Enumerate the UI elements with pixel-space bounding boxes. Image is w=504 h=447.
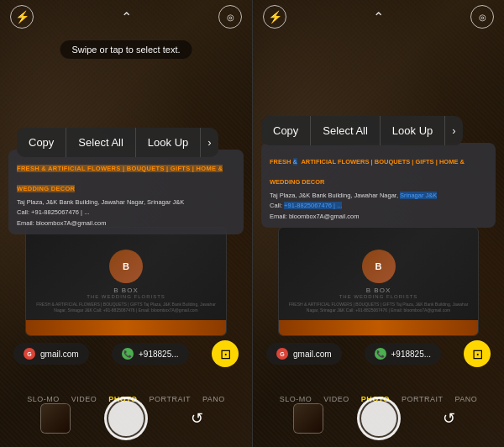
card-line3: Email: bloombox7A@gmail.com bbox=[17, 218, 235, 228]
thumbnail-preview-right[interactable] bbox=[293, 403, 323, 434]
card-highlight-fresh: FRESH bbox=[270, 158, 293, 166]
shutter-button-right[interactable] bbox=[357, 397, 401, 440]
card-call: Call: bbox=[270, 202, 284, 209]
shutter-inner bbox=[108, 401, 144, 436]
chevron-up-icon[interactable]: ⌃ bbox=[121, 9, 132, 25]
top-bar-right: ⚡ ⌃ ◎ bbox=[253, 0, 504, 34]
context-menu: Copy Select All Look Up › bbox=[17, 128, 218, 157]
card-highlight-selected: & bbox=[293, 158, 297, 166]
business-card-image-right: B B BOX The Wedding Florists FRESH & ART… bbox=[278, 227, 479, 336]
card-line2: Call: +91-8825067476 | ... bbox=[17, 208, 235, 217]
card-brand-text: B BOX bbox=[113, 287, 138, 294]
thumbnail-preview[interactable] bbox=[40, 403, 71, 434]
card-line1-right: Taj Plaza, J&K Bank Building, Jawahar Na… bbox=[270, 191, 487, 200]
card-logo-right: B bbox=[362, 250, 396, 283]
phone-label: +918825... bbox=[139, 350, 179, 359]
card-address: Taj Plaza, J&K Bank Building, Jawahar Na… bbox=[270, 192, 400, 199]
card-highlight-text: FRESH & ARTIFICIAL FLOWERS | BOUQUETS | … bbox=[17, 165, 223, 192]
gmail-icon-right: G bbox=[276, 348, 288, 360]
card-detail-text-right: FRESH & ARTIFICIAL FLOWERS | BOUQUETS | … bbox=[279, 302, 478, 313]
business-card-image: B B BOX The Wedding Florists FRESH & ART… bbox=[25, 227, 227, 336]
card-line1: Taj Plaza, J&K Bank Building, Jawahar Na… bbox=[17, 197, 235, 207]
card-tagline-right: The Wedding Florists bbox=[339, 294, 418, 299]
look-up-button[interactable]: Look Up bbox=[136, 128, 201, 157]
card-orange-bar-right bbox=[279, 320, 478, 335]
card-detail-text: FRESH & ARTIFICIAL FLOWERS | BOUQUETS | … bbox=[26, 302, 226, 313]
phone-pill[interactable]: 📞 +918825... bbox=[112, 343, 189, 365]
select-all-button-right[interactable]: Select All bbox=[311, 116, 380, 145]
select-all-button[interactable]: Select All bbox=[66, 128, 135, 157]
top-bar: ⚡ ⌃ ◎ bbox=[0, 0, 252, 34]
copy-button[interactable]: Copy bbox=[17, 128, 66, 157]
live-button[interactable]: ◎ bbox=[218, 5, 242, 29]
shutter-inner-right bbox=[361, 401, 396, 436]
card-line2-right: Call: +91-8825067476 | ... bbox=[270, 201, 487, 210]
live-button-right[interactable]: ◎ bbox=[470, 5, 494, 29]
scan-icon: ⊡ bbox=[220, 346, 231, 362]
gmail-icon: G bbox=[24, 348, 35, 360]
gmail-label-right: gmail.com bbox=[293, 350, 332, 359]
copy-button-right[interactable]: Copy bbox=[261, 116, 311, 145]
gmail-pill-right[interactable]: G gmail.com bbox=[266, 343, 342, 365]
right-panel: ⚡ ⌃ ◎ Copy Select All Look Up › FRESH & … bbox=[252, 0, 504, 447]
card-highlight-rest: ARTIFICIAL FLOWERS | BOUQUETS | GIFTS | … bbox=[270, 158, 465, 186]
phone-label-right: +918825... bbox=[391, 350, 432, 359]
action-bar-right: G gmail.com 📞 +918825... ⊡ bbox=[253, 340, 504, 367]
shutter-button[interactable] bbox=[104, 397, 148, 440]
left-panel: ⚡ ⌃ ◎ Swipe or tap to select text. Copy … bbox=[0, 0, 252, 447]
card-phone-selected: +91-8825067476 | ... bbox=[284, 202, 342, 209]
gmail-label: gmail.com bbox=[40, 350, 79, 359]
phone-icon: 📞 bbox=[122, 348, 134, 360]
scan-icon-right: ⊡ bbox=[472, 346, 483, 362]
phone-pill-right[interactable]: 📞 +918825... bbox=[365, 343, 442, 365]
card-line3-right: Email: bloombox7A@gmail.com bbox=[270, 212, 487, 221]
look-up-button-right[interactable]: Look Up bbox=[381, 116, 445, 145]
flash-button[interactable]: ⚡ bbox=[10, 5, 34, 29]
flash-button-right[interactable]: ⚡ bbox=[263, 5, 286, 29]
context-menu-right: Copy Select All Look Up › bbox=[261, 116, 463, 145]
card-logo: B bbox=[109, 250, 143, 283]
flip-icon-right: ↺ bbox=[443, 409, 455, 428]
phone-icon-right: 📞 bbox=[375, 348, 386, 360]
scan-button-right[interactable]: ⊡ bbox=[464, 340, 491, 367]
scan-button[interactable]: ⊡ bbox=[212, 340, 239, 367]
card-address-selected: Srinagar J&K bbox=[400, 192, 437, 199]
shutter-bar-right: ↺ bbox=[253, 397, 504, 440]
menu-more-icon-right[interactable]: › bbox=[445, 116, 462, 145]
card-text-overlay-right: FRESH & ARTIFICIAL FLOWERS | BOUQUETS | … bbox=[261, 143, 496, 228]
card-orange-bar bbox=[26, 320, 226, 335]
shutter-bar: ↺ bbox=[0, 397, 252, 440]
chevron-up-icon-right[interactable]: ⌃ bbox=[373, 9, 384, 25]
gmail-pill[interactable]: G gmail.com bbox=[13, 343, 89, 365]
card-text-overlay: FRESH & ARTIFICIAL FLOWERS | BOUQUETS | … bbox=[8, 150, 244, 234]
action-bar: G gmail.com 📞 +918825... ⊡ bbox=[0, 340, 252, 367]
card-tagline: The Wedding Florists bbox=[87, 294, 165, 299]
flip-camera-button-right[interactable]: ↺ bbox=[434, 403, 465, 434]
menu-more-icon[interactable]: › bbox=[201, 128, 218, 157]
card-brand-text-right: B BOX bbox=[366, 287, 391, 294]
hint-text: Swipe or tap to select text. bbox=[60, 40, 192, 59]
flip-camera-button[interactable]: ↺ bbox=[181, 403, 212, 434]
flip-icon: ↺ bbox=[191, 409, 203, 428]
